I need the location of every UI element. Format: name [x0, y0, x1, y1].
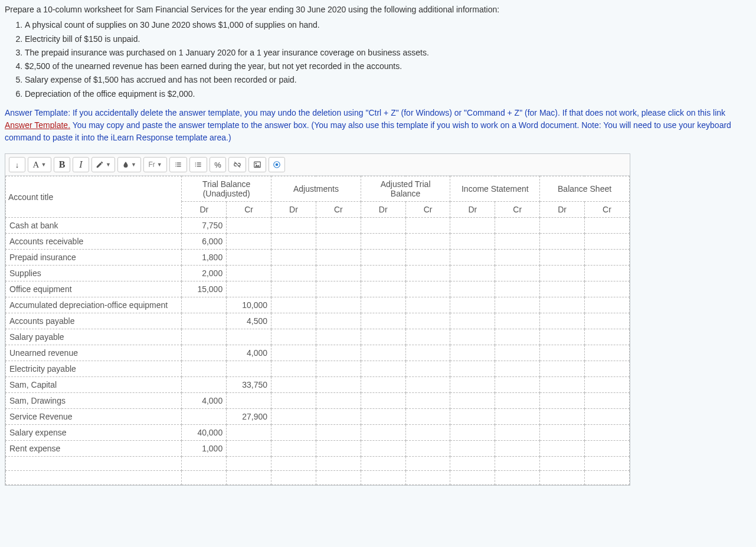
data-cell[interactable]: 4,500 [227, 313, 271, 329]
data-cell[interactable] [540, 218, 585, 234]
data-cell[interactable] [540, 329, 585, 345]
data-cell[interactable] [316, 313, 361, 329]
data-cell[interactable] [584, 234, 629, 250]
data-cell[interactable] [227, 281, 271, 297]
data-cell[interactable] [361, 393, 405, 409]
unordered-list-button[interactable] [169, 157, 187, 172]
data-cell[interactable] [584, 471, 629, 485]
data-cell[interactable] [584, 313, 629, 329]
data-cell[interactable] [271, 266, 316, 281]
data-cell[interactable] [450, 425, 495, 441]
account-name-cell[interactable]: Electricity payable [6, 361, 182, 377]
data-cell[interactable] [495, 393, 540, 409]
highlighter-button[interactable]: ▼ [91, 157, 115, 172]
data-cell[interactable] [182, 457, 227, 471]
data-cell[interactable] [405, 281, 450, 297]
account-name-cell[interactable]: Service Revenue [6, 409, 182, 425]
data-cell[interactable] [361, 218, 405, 234]
data-cell[interactable] [540, 393, 585, 409]
data-cell[interactable] [540, 297, 585, 313]
data-cell[interactable] [405, 345, 450, 361]
data-cell[interactable] [361, 425, 405, 441]
data-cell[interactable] [450, 409, 495, 425]
answer-template-link[interactable]: Answer Template. [5, 120, 70, 130]
account-name-cell[interactable]: Office equipment [6, 281, 182, 297]
ordered-list-button[interactable] [189, 157, 207, 172]
data-cell[interactable] [182, 409, 227, 425]
data-cell[interactable] [316, 234, 361, 250]
data-cell[interactable] [227, 425, 271, 441]
account-name-cell[interactable]: Salary expense [6, 425, 182, 441]
data-cell[interactable] [584, 425, 629, 441]
data-cell[interactable] [271, 361, 316, 377]
data-cell[interactable] [450, 234, 495, 250]
data-cell[interactable] [227, 441, 271, 457]
data-cell[interactable] [6, 471, 182, 485]
data-cell[interactable] [540, 266, 585, 281]
data-cell[interactable] [540, 377, 585, 393]
data-cell[interactable] [182, 345, 227, 361]
link-button[interactable]: % [210, 157, 226, 172]
data-cell[interactable] [405, 441, 450, 457]
data-cell[interactable] [540, 234, 585, 250]
data-cell[interactable] [540, 345, 585, 361]
data-cell[interactable] [450, 377, 495, 393]
data-cell[interactable] [540, 441, 585, 457]
account-name-cell[interactable]: Sam, Drawings [6, 393, 182, 409]
data-cell[interactable] [584, 297, 629, 313]
italic-button[interactable]: I [73, 157, 89, 172]
data-cell[interactable] [450, 457, 495, 471]
data-cell[interactable] [450, 297, 495, 313]
data-cell[interactable] [182, 329, 227, 345]
data-cell[interactable] [405, 361, 450, 377]
data-cell[interactable] [227, 266, 271, 281]
data-cell[interactable] [271, 441, 316, 457]
account-name-cell[interactable]: Accounts receivable [6, 234, 182, 250]
data-cell[interactable] [271, 345, 316, 361]
data-cell[interactable] [182, 471, 227, 485]
data-cell[interactable] [584, 345, 629, 361]
data-cell[interactable] [540, 471, 585, 485]
data-cell[interactable] [540, 457, 585, 471]
unlink-button[interactable] [228, 157, 246, 172]
account-name-cell[interactable]: Accumulated depreciation-office equipmen… [6, 297, 182, 313]
data-cell[interactable] [540, 409, 585, 425]
data-cell[interactable] [6, 457, 182, 471]
data-cell[interactable] [227, 234, 271, 250]
data-cell[interactable] [584, 409, 629, 425]
data-cell[interactable] [405, 393, 450, 409]
data-cell[interactable] [182, 313, 227, 329]
data-cell[interactable] [405, 234, 450, 250]
data-cell[interactable] [361, 329, 405, 345]
data-cell[interactable] [450, 393, 495, 409]
record-button[interactable] [269, 157, 285, 172]
data-cell[interactable] [227, 361, 271, 377]
data-cell[interactable] [271, 409, 316, 425]
editor-content[interactable]: Account title Trial Balance (Unadjusted)… [5, 176, 630, 485]
data-cell[interactable] [271, 457, 316, 471]
data-cell[interactable] [450, 218, 495, 234]
data-cell[interactable] [271, 329, 316, 345]
data-cell[interactable] [316, 297, 361, 313]
account-name-cell[interactable]: Supplies [6, 266, 182, 281]
data-cell[interactable] [405, 313, 450, 329]
data-cell[interactable] [584, 266, 629, 281]
data-cell[interactable] [584, 457, 629, 471]
data-cell[interactable] [361, 281, 405, 297]
account-name-cell[interactable]: Prepaid insurance [6, 250, 182, 266]
data-cell[interactable] [405, 218, 450, 234]
data-cell[interactable] [405, 409, 450, 425]
data-cell[interactable]: 2,000 [182, 266, 227, 281]
data-cell[interactable] [495, 425, 540, 441]
data-cell[interactable] [182, 361, 227, 377]
data-cell[interactable] [495, 457, 540, 471]
data-cell[interactable] [316, 250, 361, 266]
data-cell[interactable] [450, 250, 495, 266]
data-cell[interactable] [450, 471, 495, 485]
data-cell[interactable] [584, 393, 629, 409]
data-cell[interactable]: 40,000 [182, 425, 227, 441]
data-cell[interactable] [584, 250, 629, 266]
data-cell[interactable] [271, 234, 316, 250]
data-cell[interactable] [361, 457, 405, 471]
data-cell[interactable] [584, 218, 629, 234]
